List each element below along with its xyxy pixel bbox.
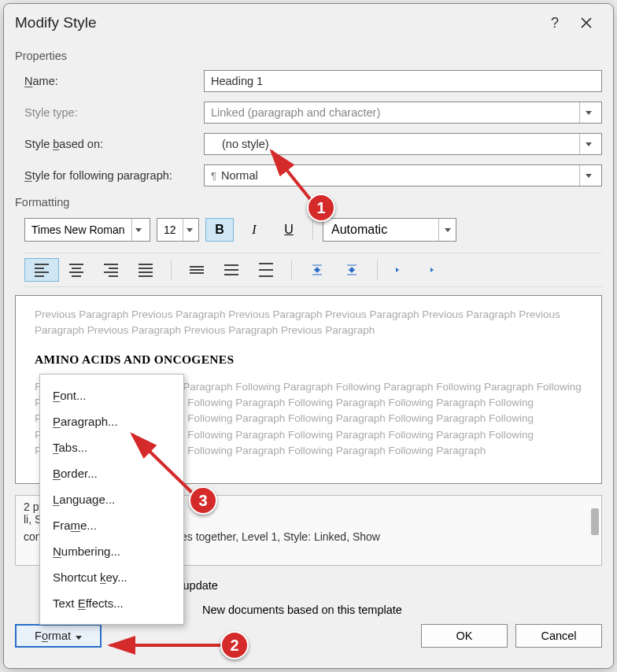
style-following-value: Normal — [221, 169, 258, 182]
style-based-combo[interactable]: (no style) — [204, 133, 602, 155]
chevron-down-icon — [579, 102, 597, 123]
style-following-combo[interactable]: ¶ Normal — [204, 164, 602, 186]
pilcrow-icon: ¶ — [211, 170, 216, 182]
scope-label: New documents based on this template — [202, 604, 402, 616]
format-menu-language[interactable]: Language... — [40, 486, 183, 512]
chevron-down-icon — [579, 165, 597, 186]
align-left-button[interactable] — [24, 258, 59, 282]
scope-option[interactable]: New documents based on this template — [202, 604, 602, 616]
cancel-button[interactable]: Cancel — [515, 624, 602, 648]
style-type-combo: Linked (paragraph and character) — [204, 102, 602, 124]
close-icon — [581, 17, 592, 28]
font-family-combo[interactable]: Times New Roman — [24, 218, 150, 242]
format-menu-font[interactable]: Font... — [40, 382, 183, 408]
style-type-value: Linked (paragraph and character) — [211, 106, 380, 119]
format-menu-paragraph[interactable]: Paragraph... — [40, 408, 183, 434]
ok-button[interactable]: OK — [421, 624, 508, 648]
paragraph-toolbar — [24, 253, 602, 287]
name-input[interactable] — [204, 70, 602, 92]
preview-sample-text: AMINO ACIDS AND ONCOGENES — [35, 350, 582, 368]
preview-previous-text: Previous Paragraph Previous Paragraph Pr… — [35, 307, 582, 339]
annotation-callout-2: 2 — [220, 631, 249, 659]
separator — [377, 260, 378, 280]
annotation-callout-3: 3 — [189, 486, 217, 515]
decrease-indent-button[interactable] — [386, 258, 420, 282]
separator — [171, 260, 172, 280]
format-menu-tabs[interactable]: Tabs... — [40, 434, 183, 460]
caret-down-icon — [76, 630, 82, 642]
font-color-value: Automatic — [331, 223, 387, 237]
chevron-down-icon — [445, 228, 451, 232]
space-before-decrease-button[interactable] — [334, 258, 369, 282]
annotation-callout-1: 1 — [307, 194, 335, 222]
style-type-label: Style type: — [24, 106, 196, 119]
increase-indent-button[interactable] — [420, 258, 455, 282]
italic-button[interactable]: I — [240, 218, 268, 242]
format-menu-border[interactable]: Border... — [40, 460, 183, 486]
chevron-down-icon — [131, 219, 146, 241]
format-menu: Font... Paragraph... Tabs... Border... L… — [39, 374, 184, 625]
font-family-value: Times New Roman — [25, 223, 131, 236]
line-spacing-2-button[interactable] — [249, 258, 283, 282]
underline-button[interactable]: U — [275, 218, 303, 242]
font-size-value: 12 — [157, 223, 183, 236]
chevron-down-icon — [579, 134, 597, 154]
style-based-label: Style based on: — [24, 138, 196, 150]
align-justify-button[interactable] — [128, 258, 163, 282]
format-menu-shortcut[interactable]: Shortcut key... — [40, 564, 183, 590]
line-spacing-1-button[interactable] — [179, 258, 214, 282]
align-center-button[interactable] — [59, 258, 94, 282]
dialog-title: Modify Style — [15, 14, 539, 31]
space-before-increase-button[interactable] — [300, 258, 334, 282]
font-color-combo[interactable]: Automatic — [323, 218, 456, 242]
scrollbar-thumb[interactable] — [591, 508, 599, 535]
format-menu-effects[interactable]: Text Effects... — [40, 590, 183, 616]
format-menu-frame[interactable]: Frame... — [40, 512, 183, 538]
align-right-button[interactable] — [94, 258, 128, 282]
format-menu-numbering[interactable]: Numbering... — [40, 538, 183, 564]
chevron-down-icon — [183, 219, 197, 241]
line-spacing-1.5-button[interactable] — [214, 258, 249, 282]
bold-button[interactable]: B — [205, 218, 234, 242]
help-button[interactable]: ? — [539, 10, 571, 35]
style-following-label: Style for following paragraph: — [24, 169, 196, 182]
close-button[interactable] — [571, 10, 602, 35]
font-size-combo[interactable]: 12 — [157, 218, 199, 242]
style-based-value: (no style) — [211, 138, 269, 150]
format-button[interactable]: Format — [15, 624, 102, 648]
name-label: Name: — [24, 75, 196, 87]
separator — [291, 260, 292, 280]
properties-section-label: Properties — [15, 50, 602, 62]
separator — [312, 220, 313, 240]
titlebar: Modify Style ? — [4, 4, 613, 39]
